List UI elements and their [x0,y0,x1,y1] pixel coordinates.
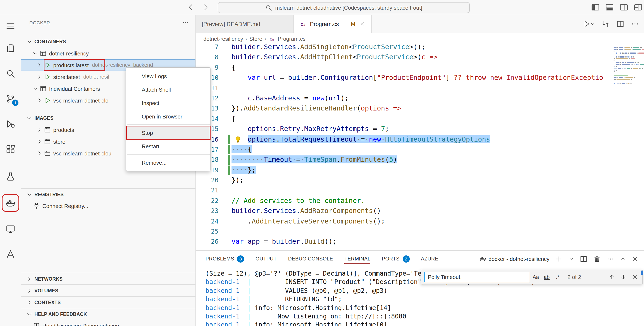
menu-item-attach-shell[interactable]: Attach Shell [126,83,210,96]
panel-tab-debug-console[interactable]: DEBUG CONSOLE [288,251,333,267]
section-networks[interactable]: NETWORKS [21,273,196,284]
extensions-icon[interactable] [6,144,16,154]
run-or-debug-icon[interactable] [582,20,595,28]
minimap[interactable] [610,45,644,250]
maximize-panel-icon[interactable] [620,256,626,262]
menu-item-restart[interactable]: Restart [126,139,210,153]
source-control-icon[interactable]: 1 [6,94,16,104]
terminal-line: backend-1 | info: Microsoft.Hosting.Life… [206,303,638,312]
chevron-right-icon [26,299,33,306]
section-volumes[interactable]: VOLUMES [21,284,196,296]
menu-separator [127,124,210,125]
section-contexts[interactable]: CONTEXTS [21,296,196,308]
line-number: 24 [196,216,218,226]
toggle-panel-icon[interactable] [605,3,614,12]
tree-item-connect-registry[interactable]: Connect Registry... [21,200,196,212]
running-container-icon [44,97,51,104]
tab-preview-readme-md[interactable]: [Preview] README.md [196,15,294,33]
editor-group: [Preview] README.mdC#Program.csM dotnet-… [196,15,644,250]
tree-item-read-extension-documentation[interactable]: Read Extension Documentation [21,320,196,326]
azure-icon[interactable] [6,249,16,259]
panel-tab-azure[interactable]: AZURE [421,251,438,267]
code-line-row: 18········Timeout·=·TimeSpan.FromMinutes… [196,155,610,165]
terminal-find-widget: Aa ab .* 2 of 2 [421,270,642,284]
match-case-icon[interactable]: Aa [532,272,540,282]
kill-terminal-icon[interactable] [593,255,601,263]
menu-item-remove[interactable]: Remove... [126,156,210,169]
navigation-arrows [186,3,210,12]
command-center[interactable]: mslearn-dotnet-cloudnative [Codespaces: … [218,2,470,13]
scrollbar-find-marker [641,271,643,275]
code-line: var app = builder.Build(); [232,237,610,247]
code-line-row: 24 .AddInteractiveServerComponents(); [196,216,610,226]
code-line: { [232,114,610,124]
toggle-primary-sidebar-icon[interactable] [591,3,600,12]
close-panel-icon[interactable] [631,255,639,263]
find-next-icon[interactable] [620,273,627,281]
panel-tab-terminal[interactable]: TERMINAL [344,251,370,267]
gutter [218,52,232,63]
split-editor-icon[interactable] [616,20,624,28]
menu-item-view-logs[interactable]: View Logs [126,69,210,83]
code-line-row: 14{ [196,114,610,124]
testing-icon[interactable] [6,172,16,182]
search-icon[interactable] [6,68,16,79]
tab-bar-tabs: [Preview] README.mdC#Program.csM [196,15,372,33]
breadcrumb-item[interactable]: dotnet-resiliency [204,36,243,42]
regex-icon[interactable]: .* [553,272,562,282]
lightbulb-icon[interactable] [234,135,242,143]
open-changes-icon[interactable] [602,20,610,28]
toggle-secondary-sidebar-icon[interactable] [620,3,628,12]
gutter [218,144,232,155]
code-editor[interactable]: 7builder.Services.AddSingleton<ProductSe… [196,45,644,250]
breadcrumb-separator: › [264,35,266,42]
sidebar-more-actions-icon[interactable] [182,19,189,26]
code-line-row: 15 options.Retry.MaxRetryAttempts = 7; [196,124,610,134]
editor-more-actions-icon[interactable] [631,20,639,28]
panel-tab-problems[interactable]: PROBLEMS8 [206,251,244,267]
menu-item-inspect[interactable]: Inspect [126,96,210,110]
customize-layout-icon[interactable] [634,3,642,12]
remote-explorer-icon[interactable] [6,224,16,234]
code-line-row: 8builder.Services.AddHttpClient<ProductS… [196,52,610,63]
find-close-icon[interactable] [632,273,639,281]
terminal-dropdown-icon[interactable] [568,256,574,262]
gutter [218,45,232,52]
section-registries[interactable]: REGISTRIES [21,188,196,200]
docker-icon[interactable] [6,198,16,208]
panel-more-actions-icon[interactable] [606,255,614,263]
panel-tab-output[interactable]: OUTPUT [256,251,277,267]
new-terminal-icon[interactable] [555,255,563,263]
navigate-back-icon[interactable] [186,3,195,12]
panel-tab-ports[interactable]: PORTS2 [382,251,410,267]
run-debug-icon[interactable] [6,119,16,129]
code-line-row: 7builder.Services.AddSingleton<ProductSe… [196,45,610,52]
section-containers[interactable]: CONTAINERS [21,36,196,48]
terminal-line: backend-1 | info: Microsoft.Hosting.Life… [206,321,638,326]
panel-tabs: PROBLEMS8OUTPUTDEBUG CONSOLETERMINALPORT… [206,251,450,267]
whole-word-icon[interactable]: ab [542,272,551,282]
section-help-and-feedback[interactable]: HELP AND FEEDBACK [21,308,196,320]
running-container-icon [44,62,51,68]
breadcrumb-item[interactable]: Program.cs [278,36,306,42]
menu-icon[interactable] [6,21,16,31]
code-line: c.BaseAddress = new(url); [232,93,610,104]
close-tab-icon[interactable] [360,21,365,27]
tree-item-label: Read Extension Documentation [42,322,119,326]
menu-item-stop[interactable]: Stop [126,126,210,139]
gutter [218,134,232,144]
tree-item-dotnet-resiliency[interactable]: dotnet-resiliency [21,48,196,59]
find-previous-icon[interactable] [608,273,615,281]
explorer-icon[interactable] [6,43,16,53]
navigate-forward-icon[interactable] [201,3,210,12]
menu-item-open-in-browser[interactable]: Open in Browser [126,110,210,123]
gutter-modified-indicator [228,145,230,154]
gutter [218,104,232,114]
active-terminal-item[interactable]: docker - dotnet-resiliency [480,255,550,262]
find-input[interactable] [424,272,529,282]
breadcrumb-item[interactable]: Store [249,36,262,42]
tab-program-cs[interactable]: C#Program.csM [294,15,372,33]
active-terminal-label: docker - dotnet-resiliency [488,256,550,262]
code-line-row: 11 [196,83,610,93]
split-terminal-icon[interactable] [580,255,588,263]
